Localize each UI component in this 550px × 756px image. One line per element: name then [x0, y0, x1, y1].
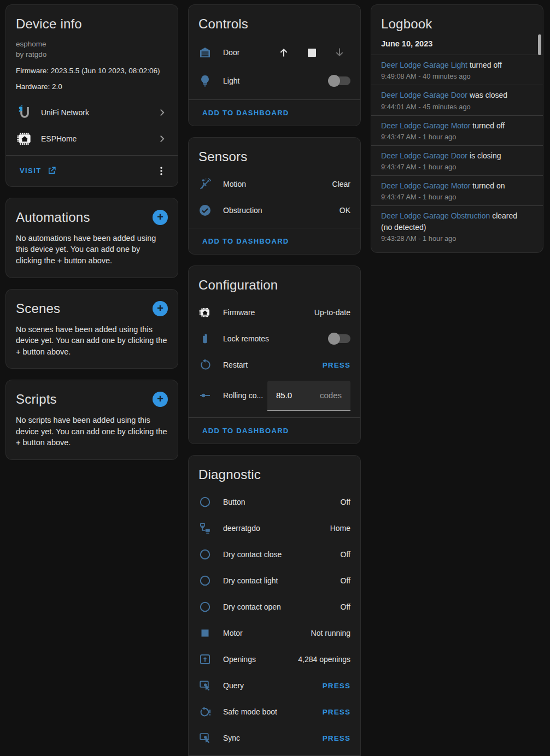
config-row-lock-remotes: Lock remotes: [189, 326, 360, 352]
config-row-firmware: Firmware Up-to-date: [189, 299, 360, 326]
arrow-down-icon: [333, 46, 346, 59]
diagnostic-label: Dry contact light: [223, 576, 278, 585]
diagnostic-row-query: Query PRESS: [189, 672, 360, 699]
entity-link[interactable]: Deer Lodge Garage Door: [381, 91, 467, 99]
dots-vertical-icon: [156, 166, 167, 176]
visit-button[interactable]: VISIT: [20, 163, 57, 178]
diagnostic-row-motor: Motor Not running: [189, 620, 360, 646]
add-to-dashboard-button[interactable]: ADD TO DASHBOARD: [202, 427, 289, 435]
light-label: Light: [223, 76, 239, 85]
cover-close-button[interactable]: [329, 42, 350, 63]
diagnostic-state: Home: [330, 524, 350, 533]
integration-list: UniFi Network ESPHome: [6, 92, 178, 155]
unifi-logo: [16, 104, 33, 121]
gesture-tap-icon: [198, 679, 212, 692]
entity-link[interactable]: Deer Lodge Garage Motor: [381, 181, 470, 190]
sensor-row-obstruction: Obstruction OK: [189, 197, 360, 223]
overflow-menu-button[interactable]: [153, 162, 170, 180]
diagnostic-title: Diagnostic: [189, 456, 360, 489]
integration-row-esphome[interactable]: ESPHome: [6, 126, 178, 152]
entity-link[interactable]: Deer Lodge Garage Light: [381, 61, 467, 69]
configuration-title: Configuration: [189, 266, 360, 299]
diagnostic-state: Off: [341, 498, 350, 506]
device-manufacturer-model: esphome by ratgdo: [6, 38, 178, 60]
logbook-entry: Deer Lodge Garage Door was closed 9:44:0…: [371, 85, 543, 115]
control-row-door: Door: [189, 38, 360, 67]
plus-icon: +: [157, 393, 163, 404]
plus-icon: +: [157, 211, 163, 222]
diagnostic-row-openings: Openings 4,284 openings: [189, 646, 360, 672]
automations-card: Automations + No automations have been a…: [5, 198, 178, 278]
rolling-codes-input[interactable]: [276, 391, 310, 400]
logbook-entry: Deer Lodge Garage Motor turned on 9:43:4…: [371, 175, 543, 205]
event-text: is closing: [470, 151, 501, 160]
sync-press-button[interactable]: PRESS: [323, 731, 350, 746]
logbook-scrollbar-thumb[interactable]: [538, 34, 541, 55]
restart-icon: [198, 358, 212, 371]
diagnostic-state: Off: [341, 550, 350, 559]
entity-link[interactable]: Deer Lodge Garage Obstruction: [381, 211, 490, 220]
cover-open-button[interactable]: [273, 42, 295, 63]
controls-card: Controls Door Light A: [188, 4, 361, 126]
integration-label: ESPHome: [41, 134, 77, 143]
chevron-right-icon: [156, 107, 168, 119]
scenes-empty-text: No scenes have been added using this dev…: [6, 322, 178, 369]
sensor-label: Obstruction: [223, 206, 262, 215]
lock-remotes-toggle[interactable]: [328, 333, 350, 345]
rolling-codes-unit: codes: [320, 391, 342, 400]
event-text: turned on: [472, 181, 505, 190]
diagnostic-label: Button: [223, 498, 245, 506]
diagnostic-card: Diagnostic Button Off deerratgdo Home Dr…: [188, 455, 361, 756]
device-model: by ratgdo: [16, 50, 168, 60]
add-to-dashboard-button[interactable]: ADD TO DASHBOARD: [202, 109, 289, 117]
diagnostic-label: Safe mode boot: [223, 707, 277, 716]
diagnostic-label: deerratgdo: [223, 524, 260, 533]
arrow-up-icon: [277, 46, 290, 59]
automations-empty-text: No automations have been added using thi…: [6, 231, 178, 277]
add-automation-button[interactable]: +: [153, 210, 168, 225]
sensors-card: Sensors Motion Clear Obstruction OK ADD …: [188, 137, 361, 255]
add-to-dashboard-button[interactable]: ADD TO DASHBOARD: [202, 237, 289, 245]
cover-stop-button[interactable]: [301, 42, 323, 63]
diagnostic-state: 4,284 openings: [298, 655, 350, 664]
scenes-title: Scenes: [16, 301, 60, 316]
query-press-button[interactable]: PRESS: [323, 678, 350, 693]
add-scene-button[interactable]: +: [153, 301, 168, 316]
diagnostic-label: Openings: [223, 655, 256, 664]
slider-icon: [198, 389, 212, 402]
logbook-entry: Deer Lodge Garage Light turned off 9:49:…: [371, 55, 543, 85]
restart-press-button[interactable]: PRESS: [323, 358, 350, 373]
lightbulb-icon: [198, 74, 212, 87]
esphome-logo: [16, 130, 33, 147]
gesture-tap-icon: [198, 731, 212, 745]
circle-outline-icon: [198, 495, 212, 509]
integration-label: UniFi Network: [41, 108, 89, 117]
left-column: Device info esphome by ratgdo Firmware: …: [5, 4, 178, 460]
diagnostic-row-dry-contact-open: Dry contact open Off: [189, 594, 360, 620]
garage-door-icon: [198, 46, 212, 59]
entity-link[interactable]: Deer Lodge Garage Motor: [381, 121, 470, 130]
entry-timestamp: 9:43:47 AM - 1 hour ago: [381, 131, 530, 141]
arrow-up-box-icon: [198, 653, 212, 666]
light-toggle[interactable]: [328, 75, 350, 87]
integration-row-unifi[interactable]: UniFi Network: [6, 99, 178, 126]
remote-icon: [198, 332, 212, 345]
config-label: Firmware: [223, 308, 255, 317]
cover-buttons: [273, 42, 350, 63]
diagnostic-label: Sync: [223, 734, 240, 742]
scripts-title: Scripts: [16, 392, 57, 407]
diagnostic-state: Off: [341, 576, 350, 585]
device-manufacturer: esphome: [16, 39, 168, 50]
restart-alert-icon: [198, 705, 212, 718]
config-row-restart: Restart PRESS: [189, 352, 360, 378]
add-script-button[interactable]: +: [153, 392, 168, 407]
safe-mode-boot-press-button[interactable]: PRESS: [323, 705, 350, 719]
controls-title: Controls: [189, 5, 360, 38]
check-circle-icon: [198, 204, 212, 217]
config-label: Restart: [223, 361, 248, 369]
automations-title: Automations: [16, 210, 90, 225]
control-row-light: Light: [189, 67, 360, 95]
device-page: Device info esphome by ratgdo Firmware: …: [0, 0, 550, 756]
entity-link[interactable]: Deer Lodge Garage Door: [381, 151, 467, 160]
event-text: turned off: [472, 121, 505, 130]
